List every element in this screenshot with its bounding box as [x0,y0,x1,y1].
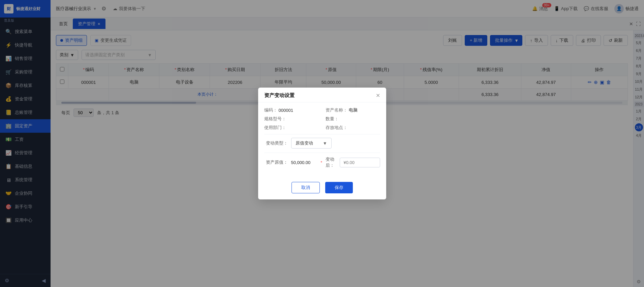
after-change-label: 变动后： [326,156,334,168]
save-button[interactable]: 保存 [325,182,353,193]
modal-code-label: 编码： [264,107,277,113]
modal-quantity-item: 数量： [326,116,380,122]
modal-title: 资产变动设置 [264,92,295,99]
after-change-input[interactable] [340,158,380,167]
modal-info-row-2: 规格型号： 数量： [264,116,380,122]
change-type-chevron-icon: ▼ [323,141,327,146]
modal-name-value: 电脑 [349,107,358,113]
modal-name-item: 资产名称： 电脑 [326,107,380,113]
modal-code-item: 编码： 000001 [264,107,319,113]
modal-original-value: 50,000.00 [291,160,311,165]
modal-close-icon[interactable]: ✕ [376,92,380,99]
asset-change-modal: 资产变动设置 ✕ 编码： 000001 资产名称： 电脑 规格型号： [258,88,386,199]
modal-change-type-label: 变动类型： [264,140,288,146]
modal-header: 资产变动设置 ✕ [258,88,386,102]
modal-footer: 取消 保存 [258,177,386,199]
modal-info-row-1: 编码： 000001 资产名称： 电脑 [264,107,380,113]
change-type-select[interactable]: 原值变动 ▼ [291,138,332,149]
modal-quantity-label: 数量： [326,116,339,122]
modal-info-row-3: 使用部门： 存放地点： [264,125,380,131]
modal-divider-2 [264,153,380,153]
modal-body: 编码： 000001 资产名称： 电脑 规格型号： 数量： [258,102,386,177]
modal-department-label: 使用部门： [264,125,286,131]
modal-overlay: 资产变动设置 ✕ 编码： 000001 资产名称： 电脑 规格型号： [0,0,644,287]
modal-divider-1 [264,134,380,134]
modal-department-item: 使用部门： [264,125,319,131]
modal-spec-label: 规格型号： [264,116,286,122]
modal-original-value-label: 资产原值： [264,159,288,165]
change-type-value: 原值变动 [296,140,313,146]
modal-location-label: 存放地点： [326,125,347,131]
modal-code-value: 000001 [279,108,293,113]
modal-change-type-row: 变动类型： 原值变动 ▼ [264,138,380,149]
modal-value-row: 资产原值： 50,000.00 * 变动后： [264,156,380,168]
cancel-button[interactable]: 取消 [292,182,320,193]
modal-location-item: 存放地点： [326,125,380,131]
modal-spec-item: 规格型号： [264,116,319,122]
required-star: * [320,160,322,165]
modal-name-label: 资产名称： [326,107,347,113]
